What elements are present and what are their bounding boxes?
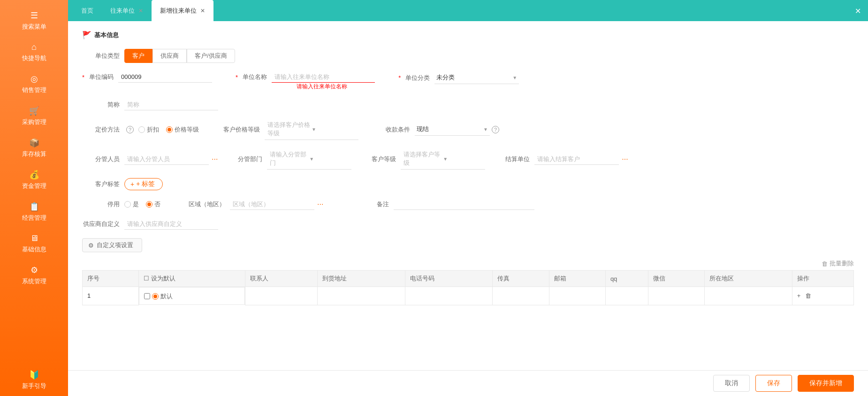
sidebar-item-quick-nav[interactable]: ⌂ 快捷导航 bbox=[0, 37, 68, 68]
col-fax: 传真 bbox=[493, 271, 549, 287]
manager-more-btn[interactable]: ··· bbox=[212, 155, 218, 163]
remarks-input[interactable] bbox=[394, 199, 534, 210]
sidebar-item-label: 新手引导 bbox=[22, 382, 46, 390]
unit-code-input[interactable] bbox=[118, 71, 212, 83]
cust-price-level-label: 客户价格等级 bbox=[222, 125, 260, 134]
cancel-button[interactable]: 取消 bbox=[713, 375, 750, 392]
pricing-level-label: 价格等级 bbox=[175, 125, 199, 134]
tab-new-counterparty[interactable]: 新增往来单位 ✕ bbox=[152, 0, 213, 21]
add-row-btn[interactable]: + bbox=[797, 292, 801, 299]
pricing-discount-label: 折扣 bbox=[147, 125, 159, 134]
tab-home-label: 首页 bbox=[81, 7, 93, 15]
disabled-radio-yes[interactable]: 是 bbox=[124, 200, 139, 209]
unit-name-required: * bbox=[236, 74, 238, 81]
supplier-custom-input[interactable] bbox=[124, 218, 218, 230]
sales-icon: ◎ bbox=[30, 74, 38, 84]
sidebar-item-newcomer[interactable]: 🔰 新手引导 bbox=[0, 364, 68, 396]
sidebar-item-finance[interactable]: 💰 资金管理 bbox=[0, 164, 68, 196]
tab-new-counterparty-close[interactable]: ✕ bbox=[200, 8, 205, 14]
col-checkbox-icon[interactable]: ☐ bbox=[144, 275, 149, 282]
add-tag-btn[interactable]: + + 标签 bbox=[124, 178, 163, 190]
unit-category-select[interactable]: 未分类 ▼ bbox=[434, 71, 519, 84]
cust-price-level-select[interactable]: 请选择客户价格等级 ▼ bbox=[265, 119, 358, 140]
cust-price-level-arrow-icon: ▼ bbox=[312, 127, 356, 132]
manager-label: 分管人员 bbox=[82, 155, 120, 163]
unit-type-customer-btn[interactable]: 客户 bbox=[124, 49, 152, 63]
payment-terms-help-icon[interactable]: ? bbox=[492, 126, 499, 133]
pricing-level-radio-circle bbox=[166, 126, 173, 133]
sidebar-item-inventory[interactable]: 📦 库存核算 bbox=[0, 132, 68, 164]
tab-home[interactable]: 首页 bbox=[73, 0, 102, 21]
sidebar-item-sales-mgmt[interactable]: ◎ 销售管理 bbox=[0, 68, 68, 100]
batch-delete-label[interactable]: 批量删除 bbox=[830, 259, 854, 268]
sidebar-item-search-menu[interactable]: ☰ 搜索菜单 bbox=[0, 5, 68, 37]
cust-price-level-placeholder: 请选择客户价格等级 bbox=[267, 121, 312, 138]
cell-operation: + 🗑 bbox=[792, 287, 853, 305]
section-title-text: 基本信息 bbox=[94, 31, 119, 39]
sidebar-item-system-mgmt[interactable]: ⚙ 系统管理 bbox=[0, 259, 68, 291]
cell-seq: 1 bbox=[83, 287, 139, 305]
customer-level-placeholder: 请选择客户等级 bbox=[404, 150, 443, 167]
col-phone: 电话号码 bbox=[405, 271, 493, 287]
sidebar-item-basic-info[interactable]: 🖥 基础信息 bbox=[0, 228, 68, 259]
cell-qq bbox=[605, 287, 648, 305]
pricing-radio-level[interactable]: 价格等级 bbox=[166, 125, 199, 134]
sidebar-bottom: 🔰 新手引导 bbox=[0, 364, 68, 396]
pricing-radio-discount[interactable]: 折扣 bbox=[138, 125, 159, 134]
sidebar-item-operations[interactable]: 📋 经营管理 bbox=[0, 196, 68, 228]
unit-type-both-btn[interactable]: 客户/供应商 bbox=[187, 49, 235, 63]
save-new-button[interactable]: 保存并新增 bbox=[798, 375, 854, 392]
window-close-btn[interactable]: ✕ bbox=[855, 6, 861, 15]
search-menu-icon: ☰ bbox=[30, 10, 38, 21]
col-email: 邮箱 bbox=[549, 271, 605, 287]
settlement-unit-label: 结算单位 bbox=[504, 155, 530, 163]
unit-name-label: 单位名称 bbox=[239, 73, 267, 81]
dept-select[interactable]: 请输入分管部门 ▼ bbox=[267, 148, 351, 170]
basic-info-icon: 🖥 bbox=[30, 233, 38, 243]
unit-type-supplier-btn[interactable]: 供应商 bbox=[152, 49, 187, 63]
pricing-help-icon[interactable]: ? bbox=[126, 126, 134, 133]
batch-delete-area: 🗑 批量删除 bbox=[82, 259, 854, 268]
sidebar-item-label: 系统管理 bbox=[22, 277, 46, 286]
quick-nav-icon: ⌂ bbox=[31, 42, 37, 52]
custom-settings-btn[interactable]: ⚙ 自定义项设置 bbox=[82, 238, 142, 252]
default-radio[interactable]: 默认 bbox=[152, 292, 173, 301]
cell-wechat bbox=[648, 287, 704, 305]
unit-type-label: 单位类型 bbox=[82, 52, 120, 60]
pricing-method-label: 定价方法 bbox=[82, 125, 120, 134]
unit-category-value: 未分类 bbox=[436, 73, 512, 82]
cell-default: 默认 bbox=[139, 287, 245, 305]
save-button[interactable]: 保存 bbox=[755, 375, 792, 392]
delete-row-btn[interactable]: 🗑 bbox=[805, 292, 811, 299]
region-more-btn[interactable]: ··· bbox=[317, 200, 323, 209]
supplier-custom-label: 供应商自定义 bbox=[82, 220, 120, 228]
tab-counterparty[interactable]: 往来单位 ✕ bbox=[102, 0, 152, 21]
gear-icon: ⚙ bbox=[88, 242, 94, 249]
remarks-label: 备注 bbox=[351, 200, 389, 209]
sidebar-item-label: 资金管理 bbox=[22, 182, 46, 190]
customer-level-select[interactable]: 请选择客户等级 ▼ bbox=[401, 148, 485, 170]
trash-icon: 🗑 bbox=[822, 260, 828, 267]
sidebar-item-purchase-mgmt[interactable]: 🛒 采购管理 bbox=[0, 100, 68, 132]
disabled-radio-no[interactable]: 否 bbox=[146, 200, 160, 209]
sidebar-item-label: 库存核算 bbox=[22, 150, 46, 158]
col-qq: qq bbox=[605, 271, 648, 287]
payment-terms-select[interactable]: 现结 ▼ bbox=[415, 123, 490, 136]
row-checkbox[interactable] bbox=[144, 293, 150, 299]
add-tag-label: + 标签 bbox=[136, 180, 155, 188]
region-input[interactable] bbox=[230, 199, 314, 210]
unit-name-input[interactable] bbox=[272, 71, 375, 83]
col-operation: 操作 bbox=[792, 271, 853, 287]
col-region: 所在地区 bbox=[704, 271, 792, 287]
tab-counterparty-close[interactable]: ✕ bbox=[138, 8, 143, 14]
disabled-label: 停用 bbox=[82, 200, 120, 209]
settlement-unit-input[interactable] bbox=[534, 154, 619, 165]
payment-terms-value: 现结 bbox=[417, 125, 483, 133]
short-name-label: 简称 bbox=[82, 101, 120, 109]
unit-category-group: * 单位分类 未分类 ▼ bbox=[398, 71, 519, 84]
short-name-input[interactable] bbox=[124, 99, 218, 110]
disabled-no-label: 否 bbox=[154, 200, 160, 209]
settlement-unit-more-btn[interactable]: ··· bbox=[622, 155, 628, 163]
manager-input[interactable] bbox=[124, 154, 209, 165]
unit-category-label: 单位分类 bbox=[402, 74, 430, 82]
